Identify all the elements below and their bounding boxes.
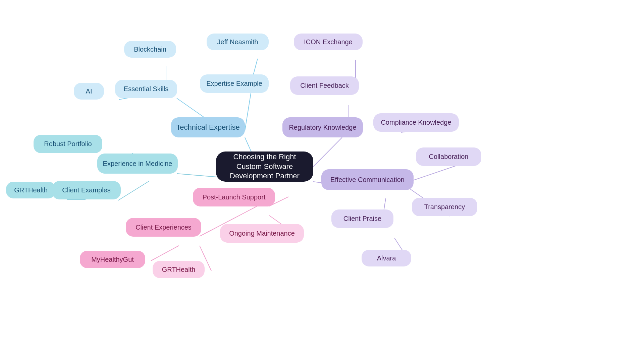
transparency-node: Transparency [412,198,477,216]
client-praise-node: Client Praise [331,209,393,228]
effective-communication-node: Effective Communication [321,169,414,190]
grt-health2-node: GRTHealth [153,261,205,278]
experience-medicine-node: Experience in Medicine [97,154,178,174]
ai-node: AI [74,83,104,100]
post-launch-support-node: Post-Launch Support [193,188,275,206]
robust-portfolio-node: Robust Portfolio [34,135,102,153]
client-examples-node: Client Examples [52,181,121,199]
essential-skills-node: Essential Skills [115,80,177,98]
jeff-neasmith-node: Jeff Neasmith [207,34,269,50]
svg-line-15 [409,166,455,182]
icon-exchange-node: ICON Exchange [294,34,363,50]
svg-line-22 [151,246,179,261]
client-feedback-node: Client Feedback [290,76,359,95]
blockchain-node: Blockchain [124,41,176,58]
svg-line-10 [313,137,342,167]
svg-line-8 [118,181,149,200]
regulatory-knowledge-node: Regulatory Knowledge [282,117,363,137]
grt-health-node: GRTHealth [6,182,56,198]
alvara-node: Alvara [362,250,411,266]
ongoing-maintenance-node: Ongoing Maintenance [220,224,304,243]
center-node: Choosing the Right Custom Software Devel… [216,152,313,182]
client-experiences-node: Client Experiences [126,218,201,237]
technical-expertise-node: Technical Expertise [171,117,245,137]
my-healthy-gut-node: MyHealthyGut [80,251,145,268]
expertise-example-node: Expertise Example [200,74,269,93]
compliance-knowledge-node: Compliance Knowledge [373,113,459,132]
collaboration-node: Collaboration [416,147,481,166]
svg-line-4 [245,93,251,131]
